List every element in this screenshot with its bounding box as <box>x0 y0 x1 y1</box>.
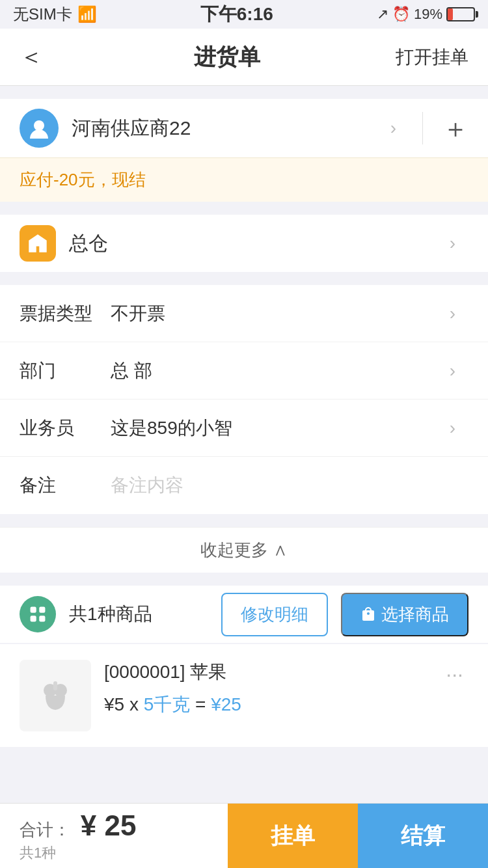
department-chevron-icon: › <box>450 360 455 381</box>
svg-rect-7 <box>53 681 57 690</box>
select-product-label: 选择商品 <box>381 603 449 626</box>
price-unit: ¥5 x <box>104 694 144 714</box>
location-icon: ↗ <box>377 6 388 23</box>
supplier-row[interactable]: 河南供应商22 › ＋ <box>0 99 488 157</box>
svg-rect-1 <box>31 607 36 613</box>
salesperson-chevron-icon: › <box>450 418 455 439</box>
product-code: [0000001] 苹果 <box>104 662 226 682</box>
products-count: 共1种商品 <box>69 602 208 627</box>
hang-button[interactable]: 挂单 <box>228 804 358 868</box>
collapse-label: 收起更多 ∧ <box>200 539 287 562</box>
battery-label: 19% <box>414 6 442 23</box>
settle-button[interactable]: 结算 <box>358 804 488 868</box>
balance-notice: 应付-20元，现结 <box>0 157 488 202</box>
invoice-type-value: 不开票 <box>98 301 450 326</box>
department-label: 部门 <box>20 359 98 383</box>
product-info: [0000001] 苹果 ¥5 x 5千克 = ¥25 <box>104 660 427 717</box>
total-label: 合计： <box>20 820 70 839</box>
total-row: 合计： ¥ 25 <box>20 809 208 842</box>
price-total: ¥25 <box>211 694 241 714</box>
product-price: ¥5 x 5千克 = ¥25 <box>104 692 427 717</box>
svg-rect-4 <box>39 616 45 621</box>
price-quantity: 5千克 <box>144 694 191 714</box>
divider <box>422 112 423 144</box>
total-area: 合计： ¥ 25 共1种 <box>0 809 228 863</box>
warehouse-name: 总仓 <box>69 230 450 257</box>
svg-rect-2 <box>39 607 45 613</box>
svg-point-0 <box>34 120 44 131</box>
price-equals: = <box>190 694 211 714</box>
salesperson-row[interactable]: 业务员 这是859的小智 › <box>0 400 488 457</box>
open-hang-button[interactable]: 打开挂单 <box>396 45 468 70</box>
supplier-chevron-icon: › <box>390 118 396 139</box>
salesperson-value: 这是859的小智 <box>98 416 450 441</box>
salesperson-label: 业务员 <box>20 416 98 441</box>
status-right: ↗ ⏰ 19% <box>377 6 475 23</box>
products-header: 共1种商品 修改明细 选择商品 <box>0 586 488 643</box>
product-item: [0000001] 苹果 ¥5 x 5千克 = ¥25 ··· <box>0 644 488 747</box>
invoice-chevron-icon: › <box>450 303 455 324</box>
department-value: 总 部 <box>98 359 450 383</box>
product-name: [0000001] 苹果 <box>104 660 427 685</box>
supplier-name: 河南供应商22 <box>72 115 390 142</box>
page-title: 进货单 <box>194 42 260 72</box>
status-bar: 无SIM卡 📶 下午6:16 ↗ ⏰ 19% <box>0 0 488 29</box>
battery-icon <box>446 7 475 21</box>
collapse-button[interactable]: 收起更多 ∧ <box>0 527 488 573</box>
warehouse-row[interactable]: 总仓 › <box>0 215 488 272</box>
department-row[interactable]: 部门 总 部 › <box>0 342 488 400</box>
status-time: 下午6:16 <box>200 2 273 27</box>
invoice-type-label: 票据类型 <box>20 301 98 326</box>
carrier-label: 无SIM卡 <box>13 4 72 25</box>
remark-label: 备注 <box>20 473 98 498</box>
form-section: 票据类型 不开票 › 部门 总 部 › 业务员 这是859的小智 › 备注 备注… <box>0 285 488 514</box>
alarm-icon: ⏰ <box>392 6 410 23</box>
svg-rect-3 <box>31 616 36 621</box>
add-supplier-button[interactable]: ＋ <box>442 111 468 146</box>
product-thumbnail <box>20 660 91 731</box>
products-icon <box>20 596 56 632</box>
gap-1 <box>0 86 488 99</box>
remark-input[interactable]: 备注内容 <box>98 473 468 498</box>
remark-row[interactable]: 备注 备注内容 <box>0 457 488 514</box>
back-button[interactable]: ＜ <box>20 41 59 73</box>
bottom-bar: 合计： ¥ 25 共1种 挂单 结算 <box>0 803 488 868</box>
wifi-icon: 📶 <box>77 5 97 23</box>
invoice-type-row[interactable]: 票据类型 不开票 › <box>0 285 488 342</box>
warehouse-chevron-icon: › <box>450 233 455 254</box>
product-more-button[interactable]: ··· <box>441 660 468 689</box>
supplier-section: 河南供应商22 › ＋ 应付-20元，现结 <box>0 99 488 202</box>
select-product-button[interactable]: 选择商品 <box>341 593 468 636</box>
total-amount: ¥ 25 <box>81 809 137 841</box>
supplier-avatar <box>20 109 59 148</box>
total-count: 共1种 <box>20 843 208 863</box>
edit-detail-button[interactable]: 修改明细 <box>221 593 328 636</box>
warehouse-icon <box>20 225 56 262</box>
nav-bar: ＜ 进货单 打开挂单 <box>0 29 488 86</box>
status-left: 无SIM卡 📶 <box>13 4 97 25</box>
